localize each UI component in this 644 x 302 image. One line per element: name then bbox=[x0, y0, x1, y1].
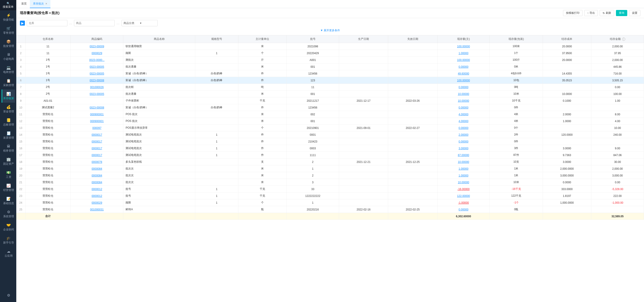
export-button[interactable]: ↑ 导出 bbox=[584, 10, 598, 16]
cell-0-2[interactable]: 0023-00009 bbox=[70, 43, 123, 50]
sidebar-item-工资[interactable]: 💵工资 bbox=[2, 168, 15, 181]
cell-7-2[interactable]: 0023-00005 bbox=[70, 91, 123, 97]
sidebar-item-批发管理[interactable]: 📦批发管理 bbox=[2, 37, 15, 50]
sidebar-item-采购管理[interactable]: 📋采购管理 bbox=[2, 76, 15, 89]
cell-18-9[interactable]: 1.00000 bbox=[437, 165, 490, 172]
cell-18-3: 批次次 bbox=[123, 165, 195, 172]
cell-22-9[interactable]: 122.00000 bbox=[437, 193, 490, 199]
sidebar-item-库存核算[interactable]: 📊库存核算 bbox=[2, 89, 15, 103]
cell-6-2[interactable]: 001000026 bbox=[70, 84, 123, 91]
cell-13-2[interactable]: 0000017 bbox=[70, 131, 123, 138]
category-filter[interactable]: 商品分类 ▾ bbox=[122, 20, 158, 26]
cell-1-2[interactable]: 0000029 bbox=[70, 50, 123, 57]
cell-19-2[interactable]: 0000084 bbox=[70, 172, 123, 179]
cell-8-9[interactable]: 10.00000 bbox=[437, 97, 490, 104]
cell-21-5: 千克 bbox=[238, 186, 286, 193]
cell-14-2[interactable]: 0000017 bbox=[70, 138, 123, 145]
cell-20-2[interactable]: 0000084 bbox=[70, 179, 123, 186]
cell-22-2[interactable]: 0000012 bbox=[70, 193, 123, 199]
sidebar-item-新手引导[interactable]: 🎓新手引导 bbox=[2, 234, 15, 247]
sidebar-item-云应用[interactable]: ☁云应用 bbox=[2, 247, 15, 260]
nav-icon: ⚡ bbox=[6, 13, 11, 18]
filter-toggle[interactable]: ▶ bbox=[20, 21, 25, 26]
sidebar-item-电商管理[interactable]: 💻电商管理 bbox=[2, 63, 15, 76]
cell-12-9[interactable]: 0.00000 bbox=[437, 125, 490, 131]
sidebar-item-资金管理[interactable]: 💰资金管理 bbox=[2, 103, 15, 116]
cell-7-9[interactable]: 10.00000 bbox=[437, 91, 490, 97]
sidebar-item-快捷导航[interactable]: ⚡快捷导航 bbox=[2, 11, 15, 24]
cell-8-0: 9 bbox=[16, 97, 25, 104]
cell-19-10: 1米 bbox=[490, 172, 543, 179]
tab-1[interactable]: 库存批次✕ bbox=[30, 0, 50, 8]
cell-2-9[interactable]: 100.00000 bbox=[437, 57, 490, 63]
sidebar-item-企业协同[interactable]: 🤝企业协同 bbox=[2, 221, 15, 234]
info-icon[interactable]: i bbox=[622, 38, 625, 41]
cell-0-9[interactable]: 100.00000 bbox=[437, 43, 490, 50]
cell-24-2[interactable]: 001000031 bbox=[70, 206, 123, 213]
sidebar-item-零售管理[interactable]: 🛒零售管理 bbox=[2, 24, 15, 37]
cell-9-2[interactable]: 0023-00008 bbox=[70, 104, 123, 111]
cell-20-9[interactable]: 10.00000 bbox=[437, 179, 490, 186]
cell-23-2[interactable]: 0000029 bbox=[70, 199, 123, 206]
cell-15-2[interactable]: 0000017 bbox=[70, 145, 123, 152]
cell-23-9[interactable]: -1.00000 bbox=[437, 199, 490, 206]
cell-13-1: 营营松仓 bbox=[25, 131, 70, 138]
cell-12-2[interactable]: 000097 bbox=[70, 125, 123, 131]
query-button[interactable]: 查询 bbox=[616, 10, 627, 16]
tab-0[interactable]: 首页 bbox=[18, 0, 30, 8]
sidebar-item-基础信息[interactable]: 📝基础信息 bbox=[2, 194, 15, 208]
table-container[interactable]: 仓库名称商品编码商品名称规格型号主计量单位批号生产日期失效日期现存量(主)现存量… bbox=[16, 35, 644, 302]
product-filter[interactable] bbox=[74, 20, 115, 26]
sidebar-item-固定资产[interactable]: 🏢固定资产 bbox=[2, 155, 15, 168]
expand-more-button[interactable]: ▼ 展开更多条件 bbox=[20, 28, 640, 33]
cell-17-9[interactable]: 10.00000 bbox=[437, 159, 490, 165]
cell-15-9[interactable]: 3.00000 bbox=[437, 145, 490, 152]
cell-17-2[interactable]: 0000078 bbox=[70, 159, 123, 165]
cell-13-9[interactable]: 2.00000 bbox=[437, 131, 490, 138]
cell-16-2[interactable]: 0000017 bbox=[70, 152, 123, 159]
cell-3-2[interactable]: 0023-00005 bbox=[70, 63, 123, 70]
cell-13-4: 1 bbox=[195, 131, 238, 138]
cell-1-9[interactable]: 1.00000 bbox=[437, 50, 490, 57]
cell-11-2[interactable]: 000900001 bbox=[70, 118, 123, 125]
sidebar-item-经营管理[interactable]: 📈经营管理 bbox=[2, 181, 15, 194]
cell-2-2[interactable]: 0023-0000... bbox=[70, 57, 123, 63]
sidebar-item-系统管理[interactable]: ⚙系统管理 bbox=[2, 208, 15, 221]
sidebar-item-settings[interactable]: ⚙ bbox=[0, 291, 16, 300]
sidebar-search[interactable]: 🔍 搜索菜单 bbox=[0, 0, 16, 11]
warehouse-input[interactable] bbox=[29, 22, 65, 25]
cell-20-5: 米 bbox=[238, 179, 286, 186]
cell-4-9[interactable]: 49.60000 bbox=[437, 70, 490, 77]
cell-10-9[interactable]: 4.00000 bbox=[437, 111, 490, 118]
cell-5-2[interactable]: 0023-00008 bbox=[70, 77, 123, 84]
cell-9-9[interactable]: 0.00000 bbox=[437, 104, 490, 111]
cell-24-9[interactable]: 0.00000 bbox=[437, 206, 490, 213]
cell-3-10: 0米 bbox=[490, 63, 543, 70]
cell-19-9[interactable]: 1.00000 bbox=[437, 172, 490, 179]
cell-10-2[interactable]: 000900001 bbox=[70, 111, 123, 118]
cell-21-10: -16千克 bbox=[490, 186, 543, 193]
settings-button[interactable]: 设置 bbox=[629, 10, 640, 16]
sidebar-item-小超电商[interactable]: 🖥小超电商 bbox=[2, 50, 15, 63]
sidebar-item-总账管理[interactable]: 📒总账管理 bbox=[2, 116, 15, 129]
cell-3-9[interactable]: 0.00000 bbox=[437, 63, 490, 70]
cell-21-9[interactable]: -16.00000 bbox=[437, 186, 490, 193]
product-input[interactable] bbox=[76, 22, 113, 25]
cell-14-9[interactable]: 0.00000 bbox=[437, 138, 490, 145]
refresh-button[interactable]: ↻ 刷新 bbox=[600, 10, 614, 16]
cell-21-2[interactable]: 0000012 bbox=[70, 186, 123, 193]
cell-24-8: 2022-02-25 bbox=[388, 206, 437, 213]
sidebar-item-发票管理[interactable]: 🧾发票管理 bbox=[2, 129, 15, 142]
print-button[interactable]: 按模板打印 bbox=[563, 10, 582, 16]
cell-18-2[interactable]: 0000084 bbox=[70, 165, 123, 172]
cell-11-9[interactable]: 4.00000 bbox=[437, 118, 490, 125]
sidebar-item-税务管理[interactable]: 🏛税务管理 bbox=[2, 142, 15, 155]
col-header-12: 结存金额 i bbox=[591, 35, 644, 43]
cell-8-2[interactable] bbox=[70, 97, 123, 104]
warehouse-filter[interactable] bbox=[27, 20, 68, 26]
cell-4-2[interactable]: 0023-00005 bbox=[70, 70, 123, 77]
cell-5-9[interactable]: 100.00000 bbox=[437, 77, 490, 84]
cell-6-9[interactable]: 0.00000 bbox=[437, 84, 490, 91]
tab-close-icon[interactable]: ✕ bbox=[45, 2, 47, 5]
cell-16-9[interactable]: 87.00000 bbox=[437, 152, 490, 159]
